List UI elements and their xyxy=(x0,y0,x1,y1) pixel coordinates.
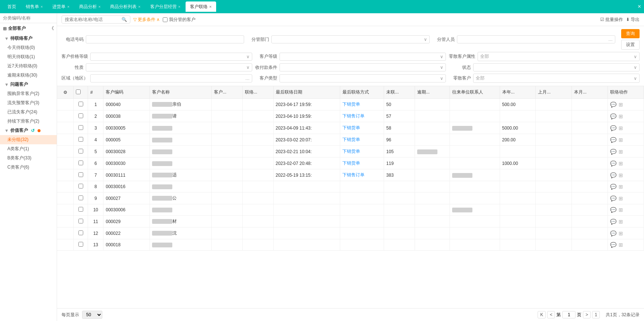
row-last-way[interactable]: 下销售订单 xyxy=(340,110,384,122)
status-select[interactable]: ∨ xyxy=(473,63,640,71)
row-checkbox[interactable] xyxy=(74,146,88,158)
row-checkbox[interactable] xyxy=(74,122,88,134)
col-this-year[interactable]: 本年... xyxy=(500,86,536,99)
close-icon[interactable]: × xyxy=(41,4,43,9)
tab-customer-contact[interactable]: 客户联络 × xyxy=(186,1,216,12)
my-customers-checkbox[interactable] xyxy=(163,17,168,22)
zero-attr-select[interactable]: 全部 ∨ xyxy=(478,52,640,61)
col-contact[interactable]: 联络... xyxy=(242,86,273,99)
row-last-way[interactable] xyxy=(340,239,384,251)
row-last-way[interactable]: 下销货单 xyxy=(340,158,384,169)
problem-group[interactable]: ▼ 问题客户 xyxy=(0,80,57,89)
grid-action-icon[interactable]: ⊞ xyxy=(619,207,623,213)
export-btn[interactable]: ⬇ 导出 xyxy=(626,17,640,23)
chat-icon[interactable]: 💬 xyxy=(610,195,616,201)
grid-action-icon[interactable]: ⊞ xyxy=(619,172,623,178)
cust-level-select[interactable]: ∨ xyxy=(279,53,446,61)
chat-icon[interactable]: 💬 xyxy=(610,102,616,107)
row-select-checkbox[interactable] xyxy=(78,102,83,106)
row-last-way[interactable] xyxy=(340,181,384,193)
sidebar-item-tomorrow[interactable]: 明天待联络(1) xyxy=(0,52,57,61)
grid-action-icon[interactable]: ⊞ xyxy=(619,125,623,131)
first-page-btn[interactable]: K xyxy=(538,311,546,318)
value-group[interactable]: ▼ 价值客户 ↺ xyxy=(0,126,57,135)
close-icon[interactable]: × xyxy=(178,4,180,9)
gender-select[interactable]: ∨ xyxy=(86,63,252,71)
row-checkbox[interactable] xyxy=(74,99,88,110)
chat-icon[interactable]: 💬 xyxy=(610,160,616,166)
chat-icon[interactable]: 💬 xyxy=(610,230,616,236)
grid-action-icon[interactable]: ⊞ xyxy=(619,195,623,201)
sidebar-item-declining[interactable]: 持续下滑客户(2) xyxy=(0,117,57,126)
sidebar-search-input[interactable] xyxy=(3,15,57,21)
grid-action-icon[interactable]: ⊞ xyxy=(619,160,623,166)
chat-icon[interactable]: 💬 xyxy=(610,125,616,131)
col-code[interactable]: 客户编码 xyxy=(103,86,150,99)
my-customers-checkbox-label[interactable]: 我分管的客户 xyxy=(163,17,196,23)
sidebar-item-today[interactable]: 今天待联络(0) xyxy=(0,43,57,52)
row-select-checkbox[interactable] xyxy=(78,113,83,118)
tab-purchase[interactable]: 进货单 × xyxy=(48,1,74,12)
pending-group[interactable]: ▼ 待联络客户 xyxy=(0,34,57,43)
grid-action-icon[interactable]: ⊞ xyxy=(619,137,623,143)
select-all-checkbox[interactable] xyxy=(76,89,81,94)
row-last-way[interactable] xyxy=(340,216,384,227)
last-page-btn[interactable]: 1 xyxy=(592,311,600,318)
row-last-way[interactable]: 下销货单 xyxy=(340,146,384,158)
last-way-link[interactable]: 下销售订单 xyxy=(342,172,365,177)
row-select-checkbox[interactable] xyxy=(78,219,83,223)
row-last-way[interactable] xyxy=(340,193,384,204)
cust-type-select[interactable]: ∨ xyxy=(279,74,446,82)
row-checkbox[interactable] xyxy=(74,216,88,227)
tab-home[interactable]: 首页 xyxy=(3,1,21,12)
close-icon[interactable]: × xyxy=(209,4,211,9)
person-input[interactable]: … xyxy=(457,35,615,43)
grid-action-icon[interactable]: ⊞ xyxy=(619,242,623,248)
last-way-link[interactable]: 下销售订单 xyxy=(342,113,365,119)
row-select-checkbox[interactable] xyxy=(78,172,83,177)
reset-button[interactable]: 设置 xyxy=(621,40,640,50)
row-last-way[interactable]: 下销货单 xyxy=(340,122,384,134)
row-select-checkbox[interactable] xyxy=(78,230,83,235)
last-way-link[interactable]: 下销货单 xyxy=(342,102,360,107)
col-last-date[interactable]: 最后联络日期 xyxy=(273,86,340,99)
more-conditions-btn[interactable]: ▽ 更多条件 ∧ xyxy=(133,17,160,23)
col-name[interactable]: 客户名称 xyxy=(150,86,212,99)
batch-ops-btn[interactable]: ☑ 批量操作 xyxy=(600,17,623,23)
row-checkbox[interactable] xyxy=(74,239,88,251)
row-last-way[interactable] xyxy=(340,204,384,216)
row-checkbox[interactable] xyxy=(74,169,88,181)
row-select-checkbox[interactable] xyxy=(78,149,83,154)
sidebar-item-churn-warning[interactable]: 流失预警客户(3) xyxy=(0,98,57,107)
close-icon[interactable]: × xyxy=(67,4,69,9)
tab-sales[interactable]: 销售单 × xyxy=(21,1,47,12)
chat-icon[interactable]: 💬 xyxy=(610,137,616,143)
sidebar-item-class-c[interactable]: C类客户(6) xyxy=(0,163,57,172)
col-cust-type[interactable]: 客户... xyxy=(211,86,242,99)
grid-action-icon[interactable]: ⊞ xyxy=(619,230,623,236)
row-last-way[interactable]: 下销货单 xyxy=(340,99,384,110)
prev-page-btn[interactable]: < xyxy=(547,311,555,318)
close-icon[interactable]: × xyxy=(138,4,140,9)
row-checkbox[interactable] xyxy=(74,227,88,239)
col-settings[interactable]: ⚙ xyxy=(57,86,74,99)
chat-icon[interactable]: 💬 xyxy=(610,207,616,213)
last-way-link[interactable]: 下销货单 xyxy=(342,149,360,154)
col-unlink[interactable]: 未联... xyxy=(384,86,415,99)
search-button[interactable]: 查询 xyxy=(621,29,640,38)
all-customers-header[interactable]: ⊞ 全部客户 《 xyxy=(0,23,57,34)
last-way-link[interactable]: 下销货单 xyxy=(342,137,360,142)
grid-action-icon[interactable]: ⊞ xyxy=(619,219,623,225)
sidebar-item-churned[interactable]: 已流失客户(24) xyxy=(0,107,57,117)
row-select-checkbox[interactable] xyxy=(78,207,83,212)
sidebar-item-hoard-abnormal[interactable]: 囤购异常客户(2) xyxy=(0,89,57,98)
col-partner[interactable]: 往来单位联系人 xyxy=(450,86,500,99)
chat-icon[interactable]: 💬 xyxy=(610,113,616,119)
col-last-way[interactable]: 最后联络方式 xyxy=(340,86,384,99)
row-last-way[interactable]: 下销售订单 xyxy=(340,169,384,181)
row-checkbox[interactable] xyxy=(74,193,88,204)
row-checkbox[interactable] xyxy=(74,110,88,122)
sidebar-item-class-a[interactable]: A类客户(1) xyxy=(0,144,57,154)
row-checkbox[interactable] xyxy=(74,158,88,169)
col-last-month[interactable]: 上月... xyxy=(536,86,572,99)
